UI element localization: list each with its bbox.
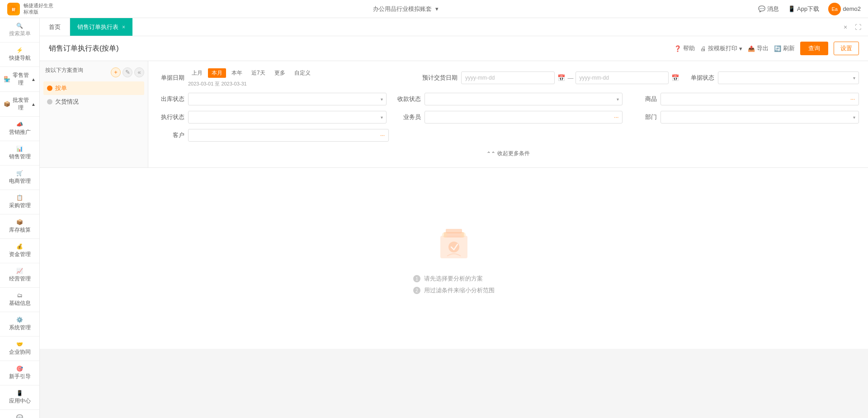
- refresh-button[interactable]: 🔄 刷新: [774, 44, 795, 52]
- user-menu[interactable]: Ea demo2: [828, 3, 861, 15]
- collapse-up-icon: ⌃⌃: [486, 151, 495, 157]
- message-icon: 💬: [758, 5, 765, 12]
- calendar-icon-end[interactable]: 📅: [671, 74, 679, 81]
- sidebar-item-label: 库存核算: [9, 226, 31, 234]
- exec-status-label: 执行状态: [157, 113, 184, 121]
- wechat-icon: 💬: [16, 414, 23, 418]
- marketing-icon: 📣: [16, 121, 23, 128]
- salesperson-more-icon[interactable]: ···: [614, 114, 618, 120]
- header-dropdown-icon[interactable]: ▾: [435, 5, 439, 12]
- goods-input[interactable]: ···: [660, 93, 859, 105]
- quick-nav-icon: ⚡: [16, 47, 23, 53]
- header-right: 💬 消息 📱 App下载 Ea demo2: [758, 3, 861, 15]
- out-status-select[interactable]: [188, 93, 387, 105]
- tab-active[interactable]: 销售订单执行表 ×: [70, 18, 132, 36]
- sidebar-item-operation[interactable]: 📈 经营管理: [0, 263, 39, 288]
- goods-field: 商品 ···: [630, 93, 859, 105]
- dept-label: 部门: [630, 113, 657, 121]
- sidebar-item-retail[interactable]: 🏪 零售管理 ▲: [0, 67, 39, 92]
- sidebar-item-ecommerce[interactable]: 🛒 电商管理: [0, 166, 39, 190]
- date-quick-filters: 上月 本月 本年 近7天 更多 自定义: [188, 68, 415, 78]
- sidebar-item-system[interactable]: ⚙️ 系统管理: [0, 312, 39, 337]
- sidebar-item-appstore[interactable]: 📱 应用中心: [0, 385, 39, 410]
- last7days-btn[interactable]: 近7天: [248, 68, 269, 78]
- tab-bar: 首页 销售订单执行表 × × ⛶: [40, 18, 868, 36]
- print-dropdown-icon: ▾: [739, 45, 742, 52]
- search-icon: 🔍: [16, 23, 23, 29]
- tab-home[interactable]: 首页: [40, 18, 70, 36]
- collapse-panel-button[interactable]: «: [134, 67, 144, 77]
- salesperson-input[interactable]: ···: [425, 111, 623, 124]
- retail-icon: 🏪: [4, 76, 10, 82]
- payment-status-label: 收款状态: [394, 95, 421, 103]
- expected-date-start[interactable]: yyyy-mm-dd: [461, 71, 555, 84]
- customer-more-icon[interactable]: ···: [380, 132, 385, 138]
- nav-item-by-balance[interactable]: 欠货情况: [43, 95, 144, 109]
- sidebar-item-newbie[interactable]: 🎯 新手引导: [0, 361, 39, 385]
- sidebar-item-inventory[interactable]: 📦 库存核算: [0, 214, 39, 239]
- filter-row-2: 出库状态 ▾ 收款状态 ▾: [157, 93, 859, 105]
- add-scheme-button[interactable]: +: [111, 67, 121, 77]
- filter-row-3: 执行状态 ▾ 业务员 ···: [157, 111, 859, 124]
- out-status-label: 出库状态: [157, 95, 184, 103]
- sidebar-item-label: 销售管理: [9, 153, 31, 161]
- salesperson-label: 业务员: [394, 113, 421, 121]
- sidebar-item-purchase[interactable]: 📋 采购管理: [0, 190, 39, 214]
- sidebar-item-enterprise[interactable]: 🤝 企业协同: [0, 337, 39, 361]
- dept-field: 部门 ▾: [630, 111, 859, 124]
- goods-label: 商品: [630, 95, 657, 103]
- sidebar-item-basic[interactable]: 🗂 基础信息: [0, 288, 39, 312]
- expected-date-end[interactable]: yyyy-mm-dd: [576, 71, 669, 84]
- exec-status-select[interactable]: [188, 111, 387, 124]
- sidebar-quick-nav[interactable]: ⚡ 快捷导航: [0, 43, 39, 67]
- nav-item-label: 欠货情况: [55, 98, 79, 106]
- this-month-btn[interactable]: 本月: [208, 68, 226, 78]
- print-button[interactable]: 🖨 按模板打印 ▾: [700, 44, 742, 52]
- ecommerce-icon: 🛒: [16, 170, 23, 176]
- custom-date-btn[interactable]: 自定义: [291, 68, 314, 78]
- customer-input[interactable]: ···: [188, 129, 389, 142]
- sidebar-item-wholesale[interactable]: 📦 批发管理 ▲: [0, 92, 39, 117]
- last-month-btn[interactable]: 上月: [188, 68, 206, 78]
- inventory-icon: 📦: [16, 219, 23, 225]
- more-date-btn[interactable]: 更多: [271, 68, 289, 78]
- order-date-label: 单据日期: [157, 74, 184, 82]
- close-window-button[interactable]: ×: [841, 23, 850, 32]
- sidebar-item-finance[interactable]: 💰 资金管理: [0, 239, 39, 263]
- sidebar-item-label: 营销推广: [9, 128, 31, 136]
- help-button[interactable]: ❓ 帮助: [674, 44, 695, 52]
- sidebar-item-wechat[interactable]: 💬 企业微信: [0, 410, 39, 418]
- wholesale-icon: 📦: [4, 101, 10, 107]
- svg-rect-4: [446, 229, 462, 233]
- tab-close-button[interactable]: ×: [122, 24, 125, 30]
- enterprise-icon: 🤝: [16, 341, 23, 347]
- query-button[interactable]: 查询: [800, 42, 828, 55]
- sidebar: 🔍 搜索菜单 ⚡ 快捷导航 🏪 零售管理 ▲ 📦 批发管理 ▲ 📣 营销推广 📊…: [0, 18, 40, 418]
- app-download-button[interactable]: 📱 App下载: [788, 5, 819, 13]
- sidebar-item-marketing[interactable]: 📣 营销推广: [0, 117, 39, 141]
- payment-status-select[interactable]: [425, 93, 623, 105]
- sidebar-item-label: 基础信息: [9, 299, 31, 307]
- nav-item-by-order[interactable]: 按单: [43, 81, 144, 95]
- order-status-select[interactable]: [718, 71, 859, 84]
- nav-item-icon: [47, 86, 52, 91]
- empty-hint-2: 2 用过滤条件来缩小分析范围: [413, 286, 495, 294]
- customer-field: 客户 ···: [157, 129, 389, 142]
- out-status-select-wrapper: ▾: [188, 93, 387, 105]
- sidebar-item-sales[interactable]: 📊 销售管理: [0, 141, 39, 166]
- dept-select[interactable]: [660, 111, 859, 124]
- calendar-icon-start[interactable]: 📅: [557, 74, 565, 81]
- order-date-field: 单据日期 上月 本月 本年 近7天 更多 自定义 20: [157, 68, 415, 87]
- logo-area: 财 畅捷通好生意 标准版: [7, 3, 53, 15]
- export-button[interactable]: 📤 导出: [748, 44, 769, 52]
- maximize-window-button[interactable]: ⛶: [854, 23, 863, 32]
- goods-more-icon[interactable]: ···: [850, 96, 855, 102]
- collapse-filter-button[interactable]: ⌃⌃ 收起更多条件: [157, 147, 859, 160]
- messages-button[interactable]: 💬 消息: [758, 5, 779, 13]
- page-header: 销售订单执行表(按单) ❓ 帮助 🖨 按模板打印 ▾ 📤 导出: [40, 36, 868, 61]
- edit-scheme-button[interactable]: ✎: [123, 67, 132, 77]
- this-year-btn[interactable]: 本年: [228, 68, 246, 78]
- settings-button[interactable]: 设置: [834, 42, 859, 55]
- sidebar-item-label: 资金管理: [9, 251, 31, 258]
- sidebar-search[interactable]: 🔍 搜索菜单: [0, 18, 39, 43]
